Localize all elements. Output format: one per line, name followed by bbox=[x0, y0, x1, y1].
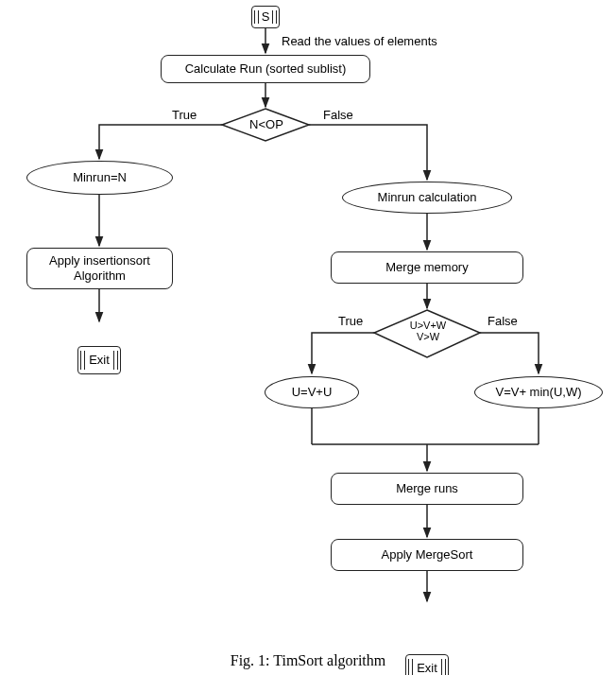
start-terminal: S bbox=[251, 6, 280, 28]
insertion-sort-process: Apply insertionsort Algorithm bbox=[26, 248, 173, 289]
decision-uvw-label: U>V+W V>W bbox=[402, 320, 453, 342]
u-eq-label: U=V+U bbox=[292, 385, 333, 400]
v-eq-label: V=V+ min(U,W) bbox=[495, 385, 581, 400]
calculate-run-label: Calculate Run (sorted sublist) bbox=[185, 61, 347, 77]
read-values-annotation: Read the values of elements bbox=[282, 34, 437, 48]
d2-true-label: True bbox=[338, 314, 363, 328]
flowchart-canvas: S Read the values of elements Calculate … bbox=[0, 0, 616, 675]
exit-left-terminal: Exit bbox=[77, 346, 121, 374]
merge-memory-label: Merge memory bbox=[385, 260, 468, 275]
merge-runs-label: Merge runs bbox=[396, 481, 458, 496]
minrun-calculation-label: Minrun calculation bbox=[378, 190, 477, 205]
calculate-run-process: Calculate Run (sorted sublist) bbox=[161, 55, 370, 83]
merge-runs-process: Merge runs bbox=[331, 473, 523, 505]
d1-true-label: True bbox=[172, 108, 197, 122]
u-eq-process: U=V+U bbox=[265, 376, 359, 408]
start-label: S bbox=[262, 9, 270, 25]
v-eq-process: V=V+ min(U,W) bbox=[474, 376, 603, 408]
apply-mergesort-process: Apply MergeSort bbox=[331, 539, 523, 571]
figure-caption: Fig. 1: TimSort algorithm bbox=[0, 652, 616, 669]
apply-mergesort-label: Apply MergeSort bbox=[382, 547, 473, 562]
exit-left-label: Exit bbox=[89, 353, 110, 368]
merge-memory-process: Merge memory bbox=[331, 251, 523, 284]
d2-false-label: False bbox=[488, 314, 518, 328]
decision-nop-label: N<OP bbox=[248, 117, 285, 131]
insertion-sort-label: Apply insertionsort Algorithm bbox=[49, 253, 150, 283]
flowchart-arrows bbox=[0, 0, 616, 675]
minrun-n-process: Minrun=N bbox=[26, 161, 173, 195]
minrun-calculation-process: Minrun calculation bbox=[342, 182, 512, 214]
d1-false-label: False bbox=[323, 108, 353, 122]
minrun-n-label: Minrun=N bbox=[73, 170, 127, 185]
